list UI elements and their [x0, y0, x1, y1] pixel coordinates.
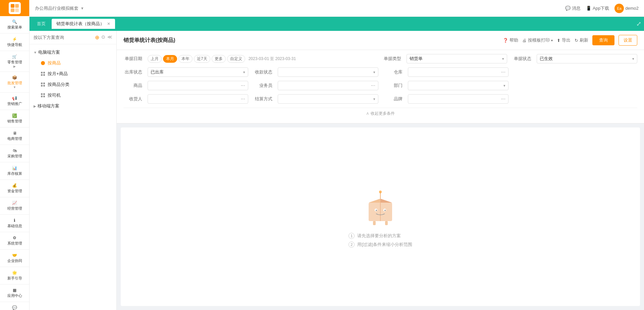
sidebar-item-quick-nav[interactable]: ⚡ 快捷导航	[0, 34, 29, 51]
product-more-icon: ···	[241, 83, 245, 89]
tree-item-by-category-label: 按商品分类	[48, 82, 69, 88]
message-button[interactable]: 💬 消息	[565, 5, 581, 11]
side-panel-icons: ⊕ ⊙ ≪	[95, 34, 112, 41]
help-button[interactable]: ❓ 帮助	[503, 37, 518, 43]
date-btn-custom[interactable]: 自定义	[227, 55, 245, 63]
settings-plan-icon[interactable]: ⊙	[101, 34, 105, 41]
svg-rect-9	[41, 83, 43, 84]
sidebar-item-marketing[interactable]: 📢 营销推广	[0, 93, 29, 110]
tree-item-by-product[interactable]: 按商品	[36, 58, 116, 68]
sidebar-item-inventory[interactable]: 📊 库存核算	[0, 162, 29, 180]
tip-2-number: 2	[348, 242, 355, 248]
sub-tree-desktop: 按商品 按月+商品 按商品分类	[30, 58, 116, 101]
collapse-filters-button[interactable]: ∧ 收起更多条件	[123, 108, 637, 119]
receiver-input[interactable]: ···	[148, 94, 248, 104]
system-icon: ⚙	[13, 236, 16, 240]
add-plan-icon[interactable]: ⊕	[95, 34, 99, 41]
export-label: 导出	[562, 37, 571, 43]
sidebar-item-apps[interactable]: ▦ 应用中心	[0, 285, 29, 302]
side-panel-title: 按以下方案查询	[34, 35, 64, 41]
date-btn-more[interactable]: 更多	[212, 55, 226, 63]
sidebar-wholesale-label: 批发管理	[7, 81, 22, 86]
out-status-select[interactable]: 已出库 ▾	[148, 67, 248, 77]
doc-status-value: 已生效	[540, 56, 553, 62]
refresh-button[interactable]: ↻ 刷新	[575, 37, 588, 43]
sidebar-item-basic[interactable]: ℹ 基础信息	[0, 215, 29, 232]
sidebar-item-finance[interactable]: 💰 资金管理	[0, 180, 29, 197]
sidebar-item-retail[interactable]: 🛒 零售管理 ▶	[0, 51, 29, 72]
tree-item-by-category[interactable]: 按商品分类	[36, 79, 116, 90]
sidebar-item-sales[interactable]: 💹 销售管理	[0, 110, 29, 127]
nav-icon: ⚡	[12, 37, 17, 42]
workspace-dropdown-icon[interactable]: ▾	[81, 6, 84, 11]
sidebar-item-purchase[interactable]: 🛍 采购管理	[0, 145, 29, 162]
sidebar-item-corp[interactable]: 🤝 企业协同	[0, 250, 29, 267]
app-download-button[interactable]: 📱 App下载	[586, 5, 609, 11]
svg-rect-16	[43, 96, 45, 97]
date-btn-this-month[interactable]: 本月	[163, 55, 177, 63]
staff-input[interactable]: ···	[278, 81, 378, 90]
user-menu[interactable]: Ea demo2	[614, 4, 639, 13]
doc-status-select[interactable]: 已生效 ▾	[537, 54, 637, 63]
empty-tips: 1 请先选择要分析的方案 2 用[过滤]条件来缩小分析范围	[348, 233, 412, 248]
date-btn-last-7[interactable]: 近7天	[194, 55, 210, 63]
tree-item-by-month-product[interactable]: 按月+商品	[36, 68, 116, 79]
tree-item-by-driver[interactable]: 按司机	[36, 90, 116, 101]
sidebar-basic-label: 基础信息	[7, 223, 22, 228]
tree-mobile-group[interactable]: ▶ 移动端方案	[30, 101, 116, 111]
ops-icon: 📈	[12, 201, 17, 205]
product-label: 商品	[123, 83, 142, 89]
dept-arrow-icon: ▾	[503, 84, 505, 88]
svg-point-26	[379, 191, 382, 193]
tree-arrow-right-icon: ▶	[34, 104, 36, 108]
product-input[interactable]: ···	[148, 81, 248, 90]
sidebar-item-system[interactable]: ⚙ 系统管理	[0, 232, 29, 250]
export-button[interactable]: ⬆ 导出	[557, 37, 571, 43]
home-tab-label: 首页	[37, 21, 46, 27]
filter-row-4: 收货人 ··· 结算方式 ▾ 品牌 ···	[123, 94, 637, 104]
app-download-label: App下载	[593, 5, 609, 11]
sidebar-item-ops[interactable]: 📈 经营管理	[0, 197, 29, 215]
print-button[interactable]: 🖨 按模板打印 ▾	[522, 37, 553, 43]
page-actions: ❓ 帮助 🖨 按模板打印 ▾ ⬆ 导出 ↻ 刷新	[503, 35, 637, 46]
collapse-panel-icon[interactable]: ≪	[107, 34, 112, 41]
sidebar-marketing-label: 营销推广	[7, 101, 22, 106]
svg-rect-7	[41, 74, 43, 76]
tab-expand-button[interactable]: ⤢	[636, 20, 641, 28]
content-wrapper: 按以下方案查询 ⊕ ⊙ ≪ ▼ 电脑端方案 按商品	[30, 31, 644, 310]
tree-mobile-label: 移动端方案	[38, 103, 59, 109]
apps-icon: ▦	[13, 288, 16, 293]
tab-sales-stat[interactable]: 销货单统计表（按商品） ✕	[52, 19, 115, 29]
grid-icon-1	[40, 71, 46, 76]
header-workspace: 办公用品行业模拟账套 ▾	[35, 5, 84, 11]
sidebar: 🔍 搜索菜单 ⚡ 快捷导航 🛒 零售管理 ▶ 📦 批发管理 ▼ 📢 营销推广 💹…	[0, 0, 30, 310]
dept-select[interactable]: ▾	[408, 81, 508, 90]
filter-area: 单据日期 上月 本月 本年 近7天 更多 自定义 2023-03-01 至 20…	[117, 50, 644, 123]
sidebar-item-ecommerce[interactable]: 🖥 电商管理	[0, 127, 29, 145]
svg-point-4	[41, 61, 45, 65]
tab-home[interactable]: 首页	[32, 19, 50, 29]
sidebar-item-wholesale[interactable]: 📦 批发管理 ▼	[0, 72, 29, 93]
query-button[interactable]: 查询	[592, 35, 614, 45]
doc-type-select[interactable]: 销货单 ▾	[407, 54, 507, 63]
sidebar-item-search[interactable]: 🔍 搜索菜单	[0, 16, 29, 34]
receiver-more-icon: ···	[241, 96, 245, 102]
tab-bar: 首页 销货单统计表（按商品） ✕ ⤢	[30, 17, 644, 31]
filter-row-3: 商品 ··· 业务员 ··· 部门 ▾	[123, 81, 637, 90]
tab-close-icon[interactable]: ✕	[107, 21, 110, 26]
export-icon: ⬆	[557, 38, 560, 43]
recv-status-select[interactable]: ▾	[278, 67, 378, 77]
sidebar-item-wechat[interactable]: 💬 企业微信	[0, 302, 29, 310]
brand-input[interactable]: ···	[408, 94, 508, 104]
tree-desktop-group[interactable]: ▼ 电脑端方案	[30, 47, 116, 58]
marketing-icon: 📢	[12, 96, 17, 101]
main-area: 办公用品行业模拟账套 ▾ 💬 消息 📱 App下载 Ea demo2 首页	[30, 0, 644, 310]
warehouse-input[interactable]: ···	[408, 67, 508, 77]
payment-arrow-icon: ▾	[373, 97, 375, 101]
page-title: 销货单统计表(按商品)	[123, 37, 175, 44]
payment-select[interactable]: ▾	[278, 94, 378, 104]
date-btn-last-month[interactable]: 上月	[148, 55, 162, 63]
date-btn-this-year[interactable]: 本年	[178, 55, 193, 63]
settings-button[interactable]: 设置	[619, 35, 637, 46]
sidebar-item-guide[interactable]: 🌟 新手引导	[0, 267, 29, 285]
